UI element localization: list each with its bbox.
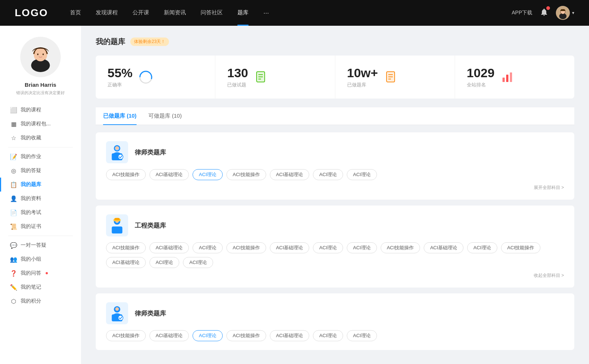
chart-red-icon [501,71,514,83]
quiz-tag[interactable]: ACI理论 [149,257,180,268]
homework-icon: 📝 [10,153,17,160]
quiz-tag[interactable]: ACI基础理论 [270,169,310,180]
quiz-category-title-1: 律师类题库 [135,148,166,157]
quiz-tag[interactable]: ACI基础理论 [149,330,189,341]
quiz-tag[interactable]: ACI理论 [347,242,377,253]
engineer-icon [108,217,126,234]
avatar-image [556,6,570,20]
stat-banks-icon [384,70,399,85]
app-download-button[interactable]: APP下载 [512,10,532,16]
quiz-tag[interactable]: ACI理论 [347,169,377,180]
quiz-tag[interactable]: ACI理论 [313,242,343,253]
sidebar-item-favorites[interactable]: ☆ 我的收藏 [0,131,81,145]
exam-icon: 📄 [10,209,17,216]
quiz-tag[interactable]: ACI理论 [183,257,213,268]
trial-badge: 体验剩余23天！ [130,38,169,46]
quiz-tag[interactable]: ACI技能操作 [226,169,266,180]
svg-point-9 [42,53,44,55]
stat-accuracy-label: 正确率 [107,82,133,88]
quiz-tag[interactable]: ACI技能操作 [106,330,146,341]
svg-point-29 [115,146,119,150]
nav-home[interactable]: 首页 [70,9,81,17]
page-title: 我的题库 [96,37,125,47]
nav-quiz[interactable]: 题库 [237,9,248,17]
quiz-tag[interactable]: ACI基础理论 [149,242,189,253]
svg-rect-23 [502,78,505,82]
quiz-bank-card-3: 律师类题库 ACI技能操作 ACI基础理论 ACI理论 ACI技能操作 ACI基… [96,293,574,350]
quiz-tag-active[interactable]: ACI理论 [193,330,223,341]
sidebar-item-my-courses[interactable]: ⬜ 我的课程 [0,103,81,117]
stat-done-questions: 130 已做试题 [215,56,335,99]
quiz-tag[interactable]: ACI基础理论 [106,257,146,268]
stat-accuracy-value: 55% [107,66,133,80]
nav-open-course[interactable]: 公开课 [133,9,149,17]
sidebar-divider-1 [8,147,73,147]
sidebar-avatar [20,37,61,77]
questions-icon: ❓ [10,270,17,276]
nav-qa[interactable]: 问答社区 [201,9,223,17]
quiz-tag[interactable]: ACI理论 [193,242,223,253]
navbar: LOGO 首页 发现课程 公开课 新闻资讯 问答社区 题库 ··· APP下载 [0,0,589,26]
quiz-tag[interactable]: ACI技能操作 [501,242,541,253]
svg-rect-24 [506,75,508,82]
sidebar-item-homework[interactable]: 📝 我的作业 [0,150,81,164]
quiz-tag[interactable]: ACI技能操作 [106,242,146,253]
main-content: 我的题库 体验剩余23天！ 55% 正确率 [81,26,589,364]
stat-ranking-icon [500,70,515,85]
quiz-tags-1: ACI技能操作 ACI基础理论 ACI理论 ACI技能操作 ACI基础理论 AC… [106,169,564,180]
quiz-tabs: 已做题库 (10) 可做题库 (10) [96,107,574,125]
sidebar-item-quiz-bank[interactable]: 📋 我的题库 [0,178,81,192]
svg-point-12 [142,74,149,81]
quiz-tag-active[interactable]: ACI理论 [193,169,223,180]
questions-badge [46,272,48,274]
sidebar-menu: ⬜ 我的课程 ▦ 我的课程包... ☆ 我的收藏 📝 我的作业 ◎ 我的答疑 📋 [0,103,81,308]
stat-done-banks-label: 已做题库 [347,82,378,88]
quiz-tag[interactable]: ACI技能操作 [106,169,146,180]
packages-icon: ▦ [10,121,17,127]
profile-avatar-image [22,39,59,75]
quiz-tag[interactable]: ACI基础理论 [149,169,189,180]
svg-rect-36 [114,218,119,220]
quiz-tags-3: ACI技能操作 ACI基础理论 ACI理论 ACI技能操作 ACI基础理论 AC… [106,330,564,341]
doc-green-icon [255,71,268,83]
quiz-tag[interactable]: ACI技能操作 [226,242,266,253]
sidebar-item-questions[interactable]: ❓ 我的问答 [0,266,81,280]
page-header: 我的题库 体验剩余23天！ [96,37,574,47]
quiz-category-icon-1 [106,141,128,163]
sidebar-item-exam[interactable]: 📄 我的考试 [0,206,81,220]
sidebar-item-certificate[interactable]: 📜 我的证书 [0,220,81,233]
sidebar-item-groups[interactable]: 👥 我的小组 [0,252,81,266]
quiz-tag[interactable]: ACI理论 [313,330,343,341]
quiz-category-title-3: 律师类题库 [135,309,166,318]
nav-discover[interactable]: 发现课程 [96,9,118,17]
quiz-tag[interactable]: ACI基础理论 [424,242,463,253]
sidebar-item-profile[interactable]: 👤 我的资料 [0,192,81,206]
sidebar-item-qa[interactable]: ◎ 我的答疑 [0,164,81,178]
sidebar-item-one-on-one[interactable]: 💬 一对一答疑 [0,238,81,252]
logo[interactable]: LOGO [15,7,48,19]
quiz-tag[interactable]: ACI理论 [467,242,497,253]
quiz-tag[interactable]: ACI技能操作 [381,242,420,253]
nav-more[interactable]: ··· [263,9,269,17]
quiz-category-title-2: 工程类题库 [135,221,166,230]
quiz-tag[interactable]: ACI理论 [313,169,343,180]
nav-links: 首页 发现课程 公开课 新闻资讯 问答社区 题库 ··· [70,9,512,17]
sidebar-item-points[interactable]: ⬡ 我的积分 [0,294,81,308]
expand-link-1[interactable]: 展开全部科目 > [534,185,564,191]
sidebar-item-notes[interactable]: ✏️ 我的笔记 [0,280,81,294]
quiz-tag[interactable]: ACI理论 [347,330,377,341]
quiz-tag[interactable]: ACI基础理论 [270,330,310,341]
tab-available-banks[interactable]: 可做题库 (10) [148,107,182,125]
quiz-tag[interactable]: ACI基础理论 [270,242,310,253]
quiz-tag[interactable]: ACI技能操作 [226,330,266,341]
expand-link-2[interactable]: 收起全部科目 > [534,272,564,279]
nav-news[interactable]: 新闻资讯 [164,9,186,17]
cert-icon: 📜 [10,223,17,230]
tab-done-banks[interactable]: 已做题库 (10) [103,107,137,125]
svg-point-8 [37,53,39,55]
user-avatar-button[interactable]: ▾ [556,6,574,20]
sidebar-item-course-packages[interactable]: ▦ 我的课程包... [0,117,81,131]
pie-chart-icon [139,70,153,84]
notification-bell[interactable] [540,8,549,18]
notes-icon: ✏️ [10,284,17,290]
